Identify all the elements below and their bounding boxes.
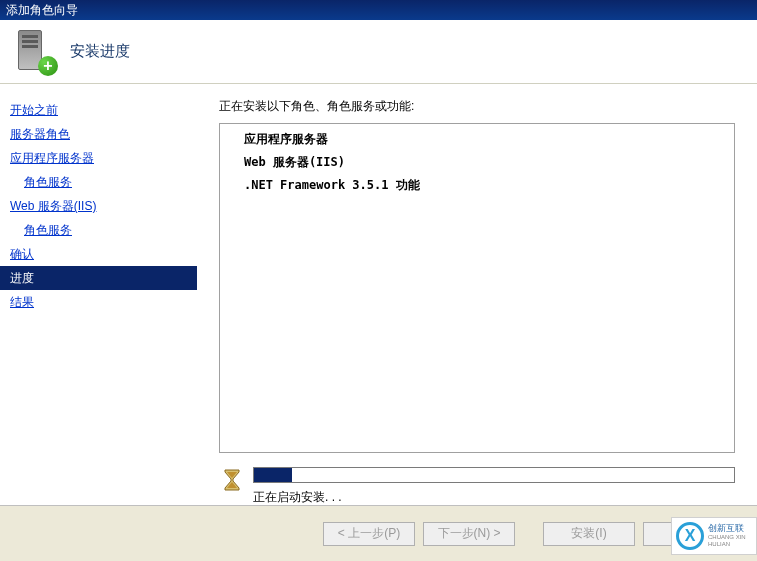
install-item-2: .NET Framework 3.5.1 功能	[220, 174, 734, 197]
sidebar-item-7: 进度	[0, 266, 197, 290]
install-button[interactable]: 安装(I)	[543, 522, 635, 546]
content-panel: 正在安装以下角色、角色服务或功能: 应用程序服务器Web 服务器(IIS).NE…	[197, 84, 757, 505]
sidebar-item-1[interactable]: 服务器角色	[0, 122, 197, 146]
window-title: 添加角色向导	[6, 2, 78, 19]
progress-column: 正在启动安装. . .	[253, 467, 735, 506]
progress-status: 正在启动安装. . .	[253, 489, 735, 506]
wizard-sidebar: 开始之前服务器角色应用程序服务器角色服务Web 服务器(IIS)角色服务确认进度…	[0, 84, 197, 505]
prev-button[interactable]: < 上一步(P)	[323, 522, 415, 546]
install-item-1: Web 服务器(IIS)	[220, 151, 734, 174]
sidebar-item-2[interactable]: 应用程序服务器	[0, 146, 197, 170]
watermark: 创新互联 CHUANG XIN HULIAN	[671, 517, 757, 555]
wizard-header: + 安装进度	[0, 20, 757, 84]
progress-section: 正在启动安装. . .	[219, 467, 735, 506]
next-button[interactable]: 下一步(N) >	[423, 522, 515, 546]
content-heading: 正在安装以下角色、角色服务或功能:	[219, 98, 735, 115]
sidebar-item-6[interactable]: 确认	[0, 242, 197, 266]
hourglass-icon	[223, 469, 241, 491]
progress-bar	[253, 467, 735, 483]
install-list: 应用程序服务器Web 服务器(IIS).NET Framework 3.5.1 …	[219, 123, 735, 453]
install-item-0: 应用程序服务器	[220, 128, 734, 151]
watermark-logo-icon	[676, 522, 704, 550]
sidebar-item-4[interactable]: Web 服务器(IIS)	[0, 194, 197, 218]
window-titlebar: 添加角色向导	[0, 0, 757, 20]
button-bar: < 上一步(P) 下一步(N) > 安装(I) 取消	[0, 505, 757, 561]
sidebar-item-0[interactable]: 开始之前	[0, 98, 197, 122]
sidebar-item-8[interactable]: 结果	[0, 290, 197, 314]
server-add-icon: +	[16, 30, 56, 74]
sidebar-item-3[interactable]: 角色服务	[0, 170, 197, 194]
watermark-line1: 创新互联	[708, 524, 752, 534]
progress-fill	[254, 468, 292, 482]
watermark-text: 创新互联 CHUANG XIN HULIAN	[708, 524, 752, 547]
watermark-line2: CHUANG XIN HULIAN	[708, 534, 752, 547]
sidebar-item-5[interactable]: 角色服务	[0, 218, 197, 242]
page-title: 安装进度	[70, 42, 130, 61]
main-area: 开始之前服务器角色应用程序服务器角色服务Web 服务器(IIS)角色服务确认进度…	[0, 84, 757, 505]
